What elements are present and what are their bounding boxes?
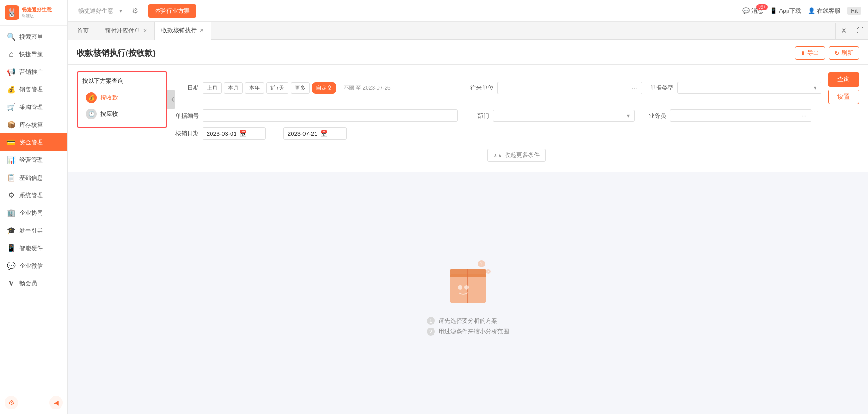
sidebar-item-label: 新手引导 (19, 227, 43, 235)
sidebar-item-wechat[interactable]: 💬 企业微信 (0, 257, 67, 275)
filter-field-dept: 部门 ▾ (464, 110, 634, 122)
tab-prepay-close-icon[interactable]: ✕ (143, 28, 147, 34)
content-actions: ⬆ 导出 ↻ 刷新 (795, 46, 859, 60)
doc-no-label: 单据编号 (174, 112, 199, 120)
service-icon: 👤 (808, 7, 815, 14)
customer-service-button[interactable]: 👤 在线客服 (808, 7, 840, 15)
sidebar-bottom: ⚙ ◀ (0, 391, 67, 414)
dept-select[interactable]: ▾ (493, 110, 634, 122)
end-date-text: 2023-07-21 (288, 130, 318, 137)
business-person-label: 业务员 (642, 112, 666, 120)
sidebar-item-label: 企业协同 (19, 209, 43, 217)
date-button-group: 上月 本月 本年 近7天 更多 自定义 (203, 82, 336, 94)
tab-collection[interactable]: 收款核销执行 ✕ (155, 22, 211, 40)
filter-collapse-button[interactable]: 《 (167, 90, 175, 109)
export-button[interactable]: ⬆ 导出 (795, 46, 825, 60)
sidebar-item-inventory[interactable]: 📦 库存核算 (0, 116, 67, 133)
sidebar-item-purchase[interactable]: 🛒 采购管理 (0, 98, 67, 116)
money-icon: 💰 (7, 85, 16, 94)
this-month-button[interactable]: 本月 (224, 82, 243, 94)
sidebar-item-marketing[interactable]: 📢 营销推广 (0, 63, 67, 81)
svg-point-7 (458, 285, 462, 290)
business-person-input[interactable]: ··· (670, 109, 811, 122)
content-header: 收款核销执行(按收款) ⬆ 导出 ↻ 刷新 (68, 40, 868, 65)
sidebar-item-quick-nav[interactable]: ⌂ 快捷导航 (0, 46, 67, 63)
doc-type-select[interactable]: ▾ (677, 82, 821, 94)
refresh-label: 刷新 (841, 49, 853, 57)
counterparty-input[interactable]: ··· (497, 82, 642, 94)
calendar-end-icon: 📅 (320, 130, 328, 137)
empty-illustration: ? ? (436, 251, 500, 310)
last-month-button[interactable]: 上月 (203, 82, 222, 94)
sidebar-item-finance[interactable]: 💳 资金管理 (0, 133, 67, 151)
tabbar-controls: ✕ ⛶ (835, 23, 868, 39)
date-separator: — (269, 130, 280, 137)
query-button[interactable]: 查询 (828, 72, 859, 87)
filter-actions: 查询 设置 (828, 71, 859, 104)
verify-date-end[interactable]: 2023-07-21 📅 (283, 127, 347, 140)
date-range-hint: 不限 至 2023-07-26 (344, 84, 391, 92)
select-arrow-icon: ▾ (814, 85, 816, 91)
mobile-icon: 📱 (7, 244, 16, 252)
solution-button[interactable]: 体验行业方案 (148, 4, 196, 18)
message-button[interactable]: 💬 消息 99+ (742, 7, 763, 15)
sidebar-item-enterprise[interactable]: 🏢 企业协同 (0, 204, 67, 222)
close-tab-button[interactable]: ✕ (835, 23, 852, 39)
custom-date-button[interactable]: 自定义 (312, 82, 336, 94)
doc-no-input[interactable] (203, 109, 458, 122)
sidebar-item-hardware[interactable]: 📱 智能硬件 (0, 239, 67, 257)
collapse-sidebar-button[interactable]: ◀ (49, 396, 63, 409)
sidebar-item-system[interactable]: ⚙ 系统管理 (0, 186, 67, 204)
sidebar-item-basic[interactable]: 📋 基础信息 (0, 169, 67, 186)
search-icon: 🔍 (7, 33, 16, 41)
filter-row-2: 单据编号 部门 ▾ 业务员 ··· (174, 109, 859, 122)
tab-prepay[interactable]: 预付冲应付单 ✕ (98, 22, 155, 40)
more-date-button[interactable]: 更多 (291, 82, 310, 94)
filter-panel-inner: 按以下方案查询 💰 按收款 🕐 按应收 《 (77, 71, 167, 128)
tab-home[interactable]: 首页 (68, 22, 98, 40)
refresh-button[interactable]: ↻ 刷新 (829, 46, 859, 60)
setting-button[interactable]: 设置 (828, 90, 859, 104)
app-download-button[interactable]: 📱 App下载 (770, 7, 801, 15)
filter-panel-title: 按以下方案查询 (82, 77, 162, 85)
page-title: 收款核销执行(按收款) (77, 48, 156, 58)
chevron-down-icon[interactable]: ▾ (119, 8, 122, 14)
filter-option-by-receipt[interactable]: 💰 按收款 (82, 90, 162, 106)
sidebar-item-member[interactable]: V 畅会员 (0, 275, 67, 292)
sidebar-item-label: 库存核算 (19, 121, 43, 129)
sidebar-item-business[interactable]: 📊 经营管理 (0, 151, 67, 169)
filter-field-doc-type: 单据类型 ▾ (649, 82, 821, 94)
sidebar-item-guide[interactable]: 🎓 新手引导 (0, 222, 67, 239)
user-avatar[interactable]: Rit (847, 7, 861, 15)
refresh-icon: ↻ (835, 50, 840, 57)
last-7days-button[interactable]: 近7天 (266, 82, 288, 94)
tab-collection-close-icon[interactable]: ✕ (199, 27, 204, 33)
filter-option-by-receivable[interactable]: 🕐 按应收 (82, 106, 162, 122)
settings-button[interactable]: ⚙ (5, 396, 18, 409)
sidebar-item-label: 搜索菜单 (19, 33, 43, 41)
svg-point-8 (464, 285, 469, 290)
sidebar-item-label: 快捷导航 (19, 50, 43, 58)
dept-label: 部门 (464, 112, 489, 120)
receipt-icon: 💰 (86, 92, 97, 103)
date-label: 日期 (174, 84, 199, 92)
step-2-text: 用过滤条件来缩小分析范围 (439, 328, 509, 336)
card-icon: 💳 (7, 138, 16, 147)
expand-button[interactable]: ⛶ (852, 23, 868, 39)
verify-date-label: 核销日期 (174, 129, 199, 138)
gear-icon: ⚙ (7, 191, 16, 200)
select-arrow-icon: ▾ (627, 113, 630, 119)
this-year-button[interactable]: 本年 (245, 82, 264, 94)
sidebar-item-sales[interactable]: 💰 销售管理 (0, 81, 67, 98)
verify-date-start[interactable]: 2023-03-01 📅 (203, 127, 266, 140)
collapse-more-button[interactable]: ∧∧ 收起更多条件 (487, 149, 546, 162)
export-icon: ⬆ (801, 50, 806, 57)
sidebar-nav: 🔍 搜索菜单 ⌂ 快捷导航 📢 营销推广 💰 销售管理 🛒 采购管理 📦 库存核… (0, 26, 67, 391)
sidebar-item-label: 营销推广 (19, 68, 43, 76)
brand-text: 畅捷通好生意 (75, 6, 117, 16)
app-icon: 📱 (770, 7, 777, 14)
filter-row-3: 核销日期 2023-03-01 📅 — 2023-07-21 📅 (174, 127, 859, 140)
sidebar-item-search[interactable]: 🔍 搜索菜单 (0, 28, 67, 46)
tab-home-label: 首页 (77, 27, 89, 35)
topbar-gear-button[interactable]: ⚙ (129, 5, 142, 17)
